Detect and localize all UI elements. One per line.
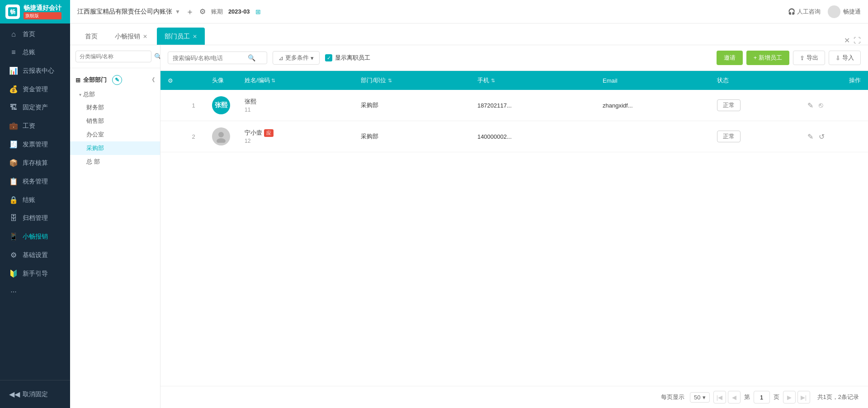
topbar-right: 🎧 人工咨询 畅捷通 [788,5,861,18]
th-name-code[interactable]: 姓名/编码 ⇅ [237,71,354,90]
export-label: 导出 [807,54,818,62]
dept-child-purchase[interactable]: 采购部 [70,141,160,155]
sidebar-item-cancel-fix[interactable]: ◀◀ 取消固定 [0,385,70,403]
dept-child-general[interactable]: 总 部 [70,155,160,169]
sidebar-item-label: 资金管理 [23,85,48,94]
sidebar-item-payroll[interactable]: 💼 工资 [0,117,70,135]
sidebar-item-reports[interactable]: 📊 云报表中心 [0,61,70,80]
page-number-input[interactable] [754,391,770,403]
add-tab-button[interactable]: ＋ [186,6,194,17]
sidebar-item-archive[interactable]: 🗄 归档管理 [0,209,70,227]
settings-icon[interactable]: ⚙ [168,77,173,84]
sidebar-item-general-ledger[interactable]: ≡ 总账 [0,43,70,61]
employee-search-input[interactable] [173,55,245,61]
edit-employee-icon[interactable]: ✎ [807,101,813,110]
all-dept-item[interactable]: ⊞ 全部部门 ✎ 《 [70,72,160,88]
td-email [595,121,710,152]
status-badge: 正常 [717,99,741,111]
sidebar-item-invoice[interactable]: 🧾 发票管理 [0,135,70,154]
dept-parent-general[interactable]: ▾ 总部 [70,88,160,101]
sidebar-item-guide[interactable]: 🔰 新手引导 [0,264,70,283]
tab-expense-close-icon[interactable]: ✕ [143,33,147,40]
employee-table-wrap: ⚙ 头像 姓名/编码 ⇅ 部门/职位 ⇅ [160,71,868,386]
sidebar-item-expense[interactable]: 📱 小畅报销 [0,227,70,246]
dept-search-icon[interactable]: 🔍 [154,53,160,60]
sidebar-item-home[interactable]: ⌂ 首页 [0,25,70,43]
last-page-button[interactable]: ▶| [797,391,810,403]
sidebar-item-tax[interactable]: 📋 税务管理 [0,172,70,191]
avatar: 张熙 [212,96,230,114]
topbar: 江西服宝精品有限责任公司内账张 ▼ ＋ ⚙ 账期 2023-03 ⊞ 🎧 人工咨… [70,0,868,23]
edit-employee-icon[interactable]: ✎ [807,132,813,141]
logout-employee-icon[interactable]: ⎋ [819,101,823,109]
th-dept[interactable]: 部门/职位 ⇅ [354,71,470,90]
human-service-button[interactable]: 🎧 人工咨询 [788,8,821,16]
employee-name-area: 张熙 [245,98,256,106]
prev-page-button[interactable]: ◀ [728,391,741,403]
close-account-icon: 🔒 [9,196,18,204]
sort-dept-icon[interactable]: ⇅ [388,78,392,83]
show-resigned-checkbox-area[interactable]: ✓ 显示离职员工 [325,54,370,62]
more-filter-button[interactable]: ⊿ 更多条件 ▾ [273,51,320,65]
export-button[interactable]: ⇪ 导出 [793,51,825,65]
tab-bar: 首页 小畅报销 ✕ 部门员工 ✕ ✕ ⛶ [70,23,868,45]
pagination: 每页显示 50 ▾ |◀ ◀ 第 页 ▶ ▶| 共1页，2条记录 [160,386,868,408]
per-page-select[interactable]: 50 ▾ [690,392,709,403]
page-nav: |◀ ◀ 第 页 ▶ ▶| [713,391,810,403]
invite-button[interactable]: 邀请 [717,51,743,65]
tab-employee-close-icon[interactable]: ✕ [193,33,197,40]
dept-tree: ⊞ 全部部门 ✎ 《 ▾ 总部 财务部 销售部 办公室 [70,68,160,408]
avatar [828,5,840,18]
sidebar-item-label: 基础设置 [23,251,48,259]
show-resigned-checkbox[interactable]: ✓ [325,54,332,61]
th-mobile[interactable]: 手机 ⇅ [470,71,595,90]
edit-dept-button[interactable]: ✎ [112,75,122,85]
payroll-icon: 💼 [9,122,18,130]
sort-name-icon[interactable]: ⇅ [271,78,275,83]
tab-home-label: 首页 [85,33,98,41]
fixed-assets-icon: 🏗 [9,103,18,112]
per-page-label: 每页显示 [661,393,684,401]
import-button[interactable]: ⇩ 导入 [829,51,861,65]
sidebar-item-fixed-assets[interactable]: 🏗 固定资产 [0,98,70,117]
sidebar-item-settings[interactable]: ⚙ 基础设置 [0,246,70,264]
content-area: 🔍 ⊞ 全部部门 ✎ 《 ▾ 总部 财务部 销售部 [70,45,868,408]
status-badge: 正常 [717,131,741,142]
sidebar-item-fund[interactable]: 💰 资金管理 [0,80,70,98]
delete-employee-icon[interactable]: ↺ [819,132,825,141]
th-avatar: 头像 [205,71,237,90]
filter-icon: ⊿ [278,55,283,61]
tab-employee[interactable]: 部门员工 ✕ [157,28,205,45]
first-page-button[interactable]: |◀ [713,391,726,403]
tab-employee-label: 部门员工 [165,33,190,41]
tab-expense[interactable]: 小畅报销 ✕ [107,28,155,45]
company-selector[interactable]: 江西服宝精品有限责任公司内账张 ▼ [77,8,180,16]
next-page-button[interactable]: ▶ [783,391,796,403]
sidebar-item-more[interactable]: ··· [0,283,70,301]
sidebar-nav: ⌂ 首页 ≡ 总账 📊 云报表中心 💰 资金管理 🏗 固定资产 💼 工资 🧾 发… [0,23,70,380]
table-header-row: ⚙ 头像 姓名/编码 ⇅ 部门/职位 ⇅ [160,71,868,90]
period-calendar-icon[interactable]: ⊞ [255,8,261,15]
sort-mobile-icon[interactable]: ⇅ [491,78,495,83]
expense-icon: 📱 [9,232,18,241]
dept-search-input[interactable] [75,51,151,62]
tab-close-button[interactable]: ✕ [844,36,850,45]
sidebar: 畅 畅捷通好会计 旗舰版 ⌂ 首页 ≡ 总账 📊 云报表中心 💰 资金管理 🏗 … [0,0,70,408]
add-employee-button[interactable]: + 新增员工 [746,51,789,65]
dept-child-finance[interactable]: 财务部 [70,101,160,114]
expand-icon: ▾ [79,92,81,97]
logo-text-area: 畅捷通好会计 旗舰版 [24,4,61,20]
user-area[interactable]: 畅捷通 [828,5,861,18]
dept-child-office[interactable]: 办公室 [70,128,160,141]
topbar-settings-icon[interactable]: ⚙ [199,7,206,16]
collapse-tree-button[interactable]: 《 [149,76,155,84]
tab-expand-icon[interactable]: ⛶ [854,37,861,45]
sidebar-item-inventory[interactable]: 📦 库存核算 [0,154,70,172]
search-icon[interactable]: 🔍 [248,54,255,61]
tab-home[interactable]: 首页 [77,28,105,45]
employee-code: 12 [245,138,346,144]
td-avatar [205,121,237,152]
sidebar-item-close-account[interactable]: 🔒 结账 [0,191,70,209]
sidebar-item-label: 取消固定 [23,390,48,399]
dept-child-sales[interactable]: 销售部 [70,114,160,128]
